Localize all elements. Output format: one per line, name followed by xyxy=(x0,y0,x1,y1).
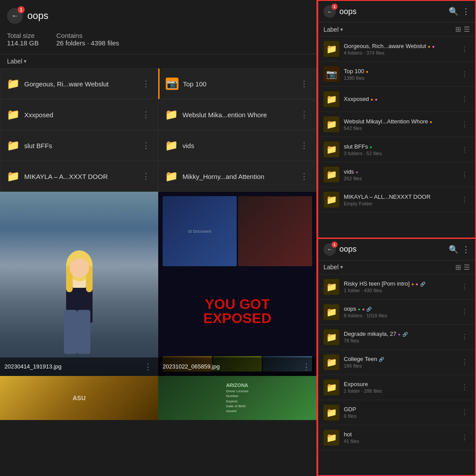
folder-icon: 📁 xyxy=(324,329,339,345)
list-item-xxxposed[interactable]: 📁 Xxxposed ● ● ⋮ xyxy=(318,87,475,112)
label-filter-row[interactable]: Label ▾ xyxy=(0,54,316,68)
grid-view-icon[interactable]: ⊞ xyxy=(455,25,461,33)
item-info: Gorgeous, Rich...aware Webslut ● ● 4 fol… xyxy=(344,43,455,56)
dot-purple: ● xyxy=(356,170,358,175)
folder-item-webslut[interactable]: 📁 Webslut Mika...ention Whore ⋮ xyxy=(158,99,316,130)
more-button[interactable]: ⋮ xyxy=(459,169,470,181)
item-name: Gorgeous, Rich...aware Webslut ● ● xyxy=(344,43,455,49)
more-button[interactable]: ⋮ xyxy=(459,93,470,105)
label-text: Label xyxy=(324,26,338,33)
folder-name: Xxxposed xyxy=(24,111,136,119)
grid-view-icon[interactable]: ⊞ xyxy=(455,263,461,271)
dot-orange: ● xyxy=(411,282,414,286)
more-vert-icon[interactable]: ⋮ xyxy=(462,245,470,254)
list-view-icon[interactable]: ☰ xyxy=(464,263,470,271)
folder-icon: 📁 xyxy=(324,167,339,182)
dot-green: ● xyxy=(370,145,372,149)
list-item-exposure[interactable]: 📁 Exposure 1 folder · 286 files ⋮ xyxy=(318,375,475,400)
photo-item-2[interactable]: ID Document YOU GOTEXPOSED 20231022_0658… xyxy=(158,192,316,376)
list-item-college-teen[interactable]: 📁 College Teen 🔗 186 files ⋮ xyxy=(318,350,475,375)
photo-item-3[interactable]: ASU xyxy=(0,376,158,420)
right-top-title: oops xyxy=(339,7,445,16)
notification-badge: 1 xyxy=(331,242,338,248)
list-item-webslut[interactable]: 📁 Webslut Mikayl...Attention Whore ● 542… xyxy=(318,112,475,137)
more-button[interactable]: ⋮ xyxy=(459,43,470,55)
more-button[interactable]: ⋮ xyxy=(140,77,152,90)
list-item-vids[interactable]: 📁 vids ● 262 files ⋮ xyxy=(318,162,475,187)
item-meta: 542 files xyxy=(344,126,455,131)
total-size-value: 114.18 GB xyxy=(7,39,39,47)
more-button[interactable]: ⋮ xyxy=(459,281,470,293)
folder-icon: 📁 xyxy=(165,108,178,121)
more-button[interactable]: ⋮ xyxy=(459,356,470,368)
back-button[interactable]: ← 1 xyxy=(7,8,23,24)
item-info: College Teen 🔗 186 files xyxy=(344,356,455,368)
more-button[interactable]: ⋮ xyxy=(459,331,470,343)
item-info: slut BFFs ● 3 folders · 52 files xyxy=(344,143,455,156)
list-item-mikayla-all[interactable]: 📁 MIKAYLA – ALL...NEXXXT DOOR Empty Fold… xyxy=(318,187,475,212)
list-view-icon[interactable]: ☰ xyxy=(464,25,470,33)
list-item-gorgeous[interactable]: 📁 Gorgeous, Rich...aware Webslut ● ● 4 f… xyxy=(318,37,475,62)
right-bottom-back-button[interactable]: ← 1 xyxy=(324,243,336,256)
folder-item-xxxposed[interactable]: 📁 Xxxposed ⋮ xyxy=(0,99,158,130)
more-button[interactable]: ⋮ xyxy=(459,194,470,206)
folder-item-top100[interactable]: 📷 Top 100 ⋮ xyxy=(158,68,316,99)
list-item-gdp[interactable]: 📁 GDP 6 files ⋮ xyxy=(318,400,475,425)
list-item-oops[interactable]: 📁 oops ● ● 🔗 8 folders · 1018 files ⋮ xyxy=(318,300,475,325)
list-item-slutbffs[interactable]: 📁 slut BFFs ● 3 folders · 52 files ⋮ xyxy=(318,137,475,162)
more-button[interactable]: ⋮ xyxy=(140,170,152,183)
more-button[interactable]: ⋮ xyxy=(459,406,470,418)
item-name: MIKAYLA – ALL...NEXXXT DOOR xyxy=(344,193,455,200)
more-button[interactable]: ⋮ xyxy=(459,68,470,80)
more-button[interactable]: ⋮ xyxy=(459,144,470,156)
more-button[interactable]: ⋮ xyxy=(459,119,470,130)
exposed-text-main: YOU GOTEXPOSED xyxy=(203,297,271,325)
more-button[interactable]: ⋮ xyxy=(298,139,310,152)
item-info: vids ● 262 files xyxy=(344,168,455,181)
list-item-hot[interactable]: 📁 hot 41 files ⋮ xyxy=(318,425,475,450)
folder-item-vids[interactable]: 📁 vids ⋮ xyxy=(158,130,316,161)
list-item-top100[interactable]: 📷 Top 100 ● 1380 files ⋮ xyxy=(318,62,475,87)
item-name: Exposure xyxy=(344,381,455,387)
notification-badge: 1 xyxy=(18,6,25,13)
folder-item-mikky[interactable]: 📁 Mikky_Horny...and Attention ⋮ xyxy=(158,161,316,192)
more-button[interactable]: ⋮ xyxy=(459,381,470,393)
item-meta: 186 files xyxy=(344,363,455,368)
back-arrow-icon: ← xyxy=(327,246,333,253)
back-arrow-icon: ← xyxy=(327,8,333,15)
app-title: oops xyxy=(27,10,48,22)
list-item-degrade[interactable]: 📁 Degrade mikayla, 27 ● 🔗 78 files ⋮ xyxy=(318,325,475,350)
chevron-down-icon: ▾ xyxy=(340,264,343,270)
item-name: GDP xyxy=(344,406,455,413)
folder-name: Gorgeous, Ri...ware Webslut xyxy=(24,80,136,88)
list-item-risky[interactable]: 📁 Risky HS teen [Porn intro] ● ● 🔗 1 fol… xyxy=(318,275,475,300)
item-meta: 262 files xyxy=(344,176,455,181)
chevron-down-icon: ▾ xyxy=(340,26,343,33)
search-icon[interactable]: 🔍 xyxy=(449,245,458,254)
folder-item-gorgeous[interactable]: 📁 Gorgeous, Ri...ware Webslut ⋮ xyxy=(0,68,158,99)
item-meta: Empty Folder xyxy=(344,201,455,206)
folder-icon: 📁 xyxy=(7,78,20,90)
folder-name: Webslut Mika...ention Whore xyxy=(182,111,294,119)
more-button[interactable]: ⋮ xyxy=(140,139,152,152)
photo-more-button-2[interactable]: ⋮ xyxy=(301,360,312,373)
folder-name: Top 100 xyxy=(183,80,294,88)
folder-item-slutbffs[interactable]: 📁 slut BFFs ⋮ xyxy=(0,130,158,161)
more-button[interactable]: ⋮ xyxy=(298,108,310,121)
more-button[interactable]: ⋮ xyxy=(140,108,152,121)
more-vert-icon[interactable]: ⋮ xyxy=(462,7,470,16)
photo-item-4[interactable]: ARIZONA Driver License Number Expires Da… xyxy=(158,376,316,420)
more-button[interactable]: ⋮ xyxy=(298,170,310,183)
folder-icon: 📁 xyxy=(324,41,339,57)
right-top-back-button[interactable]: ← 1 xyxy=(324,5,336,18)
photo-more-button-1[interactable]: ⋮ xyxy=(142,360,154,373)
photo-item-1[interactable]: 20230414_191913.jpg ⋮ xyxy=(0,192,158,376)
search-icon[interactable]: 🔍 xyxy=(449,7,458,16)
item-meta: 6 files xyxy=(344,413,455,419)
more-button[interactable]: ⋮ xyxy=(298,77,310,90)
more-button[interactable]: ⋮ xyxy=(459,431,470,443)
dot-green: ● xyxy=(358,307,361,312)
item-meta: 78 files xyxy=(344,338,455,343)
more-button[interactable]: ⋮ xyxy=(459,306,470,318)
folder-item-mikayla[interactable]: 📁 MIKAYLA – A...XXXT DOOR ⋮ xyxy=(0,161,158,192)
